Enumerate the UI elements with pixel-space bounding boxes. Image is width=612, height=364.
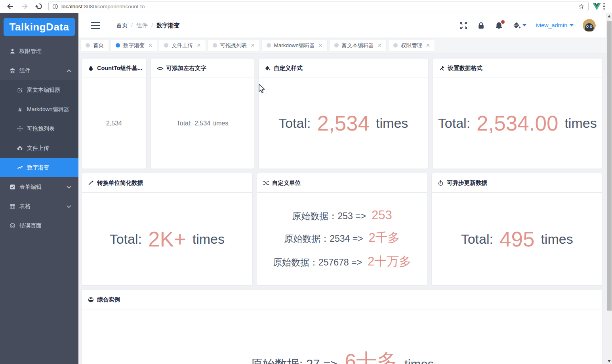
tab-label: 数字渐变 xyxy=(123,42,145,49)
sad-face-icon xyxy=(10,223,15,229)
count-value: 2,534 xyxy=(317,111,370,135)
count-suffix: times xyxy=(564,116,597,131)
stopwatch-icon xyxy=(438,180,444,186)
notification-badge xyxy=(501,20,505,24)
count-prefix: Total: xyxy=(438,116,470,131)
sidebar-toggle-icon[interactable] xyxy=(91,22,100,29)
card-async-update: 可异步更新数据 Total: 495 times xyxy=(431,173,602,286)
scroll-up-icon[interactable] xyxy=(606,13,612,19)
sidebar-item-form-editor[interactable]: 表单编辑 xyxy=(0,177,78,197)
url-bar[interactable]: localhost:8080/component/count-to xyxy=(48,2,589,11)
sidebar-item-label: 可拖拽列表 xyxy=(27,125,55,133)
sidebar-item-label: 文件上传 xyxy=(27,145,49,152)
card-title: CountTo组件基... xyxy=(97,64,142,72)
theme-switcher[interactable] xyxy=(513,21,526,30)
count-value: 2,534 xyxy=(106,120,122,127)
magic-wand-icon xyxy=(88,180,94,186)
count-prefix: Total: xyxy=(461,231,493,247)
breadcrumb-separator: / xyxy=(131,22,133,28)
breadcrumb-current: 数字渐变 xyxy=(156,22,179,29)
scroll-down-icon[interactable] xyxy=(606,358,612,364)
count-value: 495 xyxy=(500,227,534,251)
close-icon[interactable]: × xyxy=(318,42,322,49)
scrollbar-thumb[interactable] xyxy=(607,21,612,311)
user-menu[interactable]: iview_admin xyxy=(536,22,574,28)
close-icon[interactable]: × xyxy=(378,42,381,49)
card-title: 综合实例 xyxy=(97,296,120,303)
bookmark-star-icon[interactable] xyxy=(578,3,585,10)
breadcrumb-components[interactable]: 组件 xyxy=(136,22,148,29)
refresh-icon[interactable] xyxy=(34,2,43,11)
open-tabs-bar: 首页 数字渐变 × 文件上传 × 可拖拽列表 × Markdown编辑器 × 富… xyxy=(78,38,606,53)
card-header: 设置数据格式 xyxy=(433,59,602,78)
unit-example-row: 原始数据：2534 =>2千多 xyxy=(284,229,400,246)
tab-label: 首页 xyxy=(93,42,104,49)
move-icon xyxy=(17,126,23,132)
count-value: 2,534.00 xyxy=(477,111,558,135)
count-suffix: times xyxy=(541,231,573,247)
sidebar-item-rich-editor[interactable]: 富文本编辑器 xyxy=(0,80,78,100)
tab-home[interactable]: 首页 xyxy=(80,40,109,51)
avatar[interactable] xyxy=(583,19,596,32)
tab-draggable-list[interactable]: 可拖拽列表 × xyxy=(208,40,260,51)
sidebar-item-access[interactable]: 权限管理 xyxy=(0,42,78,61)
app-logo[interactable]: TalkingData xyxy=(4,18,75,36)
tab-dot-icon xyxy=(116,43,120,47)
count-value: 253 xyxy=(372,208,392,222)
sidebar-item-markdown-editor[interactable]: # Markdown编辑器 xyxy=(0,100,78,119)
breadcrumb-home[interactable]: 首页 xyxy=(116,22,128,29)
count-value: 2十万多 xyxy=(368,254,411,268)
sidebar-item-error-pages[interactable]: 错误页面 xyxy=(0,216,78,235)
card-title: 自定义样式 xyxy=(274,64,303,72)
close-icon[interactable]: × xyxy=(251,42,254,49)
tab-access[interactable]: 权限管理 × xyxy=(388,40,435,51)
url-path: :8080/component/count-to xyxy=(82,4,145,9)
chevron-down-icon xyxy=(522,24,526,27)
card-countto-basic: CountTo组件基... 2,534 xyxy=(82,58,147,169)
sidebar-item-components[interactable]: 组件 xyxy=(0,61,78,80)
chevron-up-icon xyxy=(67,69,71,72)
back-icon[interactable] xyxy=(6,2,15,11)
sidebar-item-tables[interactable]: 表格 xyxy=(0,197,78,216)
count-suffix: times xyxy=(213,120,228,127)
tab-rich-editor[interactable]: 富文本编辑器 × xyxy=(329,40,387,51)
table-icon xyxy=(10,203,15,209)
info-icon[interactable] xyxy=(52,4,58,9)
browser-menu-icon[interactable] xyxy=(603,3,605,10)
lock-icon[interactable] xyxy=(477,21,485,30)
fullscreen-icon[interactable] xyxy=(459,21,468,30)
tab-label: 文件上传 xyxy=(172,42,193,49)
close-icon[interactable]: × xyxy=(197,42,200,49)
username: iview_admin xyxy=(536,22,567,28)
card-header: 自定义单位 xyxy=(257,173,427,193)
code-icon: <> xyxy=(157,65,163,72)
trending-up-icon xyxy=(17,165,23,171)
tab-count-to[interactable]: 数字渐变 × xyxy=(111,40,157,51)
close-icon[interactable]: × xyxy=(426,42,430,49)
tab-dot-icon xyxy=(164,43,168,47)
sidebar-item-file-upload[interactable]: 文件上传 xyxy=(0,138,78,158)
count-value: 2K+ xyxy=(148,227,186,251)
card-header: 转换单位简化数据 xyxy=(82,173,252,193)
combined-count-line: 原始数据: 27 => 6十多 times xyxy=(250,348,434,364)
sidebar-item-draggable-list[interactable]: 可拖拽列表 xyxy=(0,119,78,138)
card-prefix-suffix: <> 可添加左右文字 Total:2,534times xyxy=(151,58,254,169)
count-suffix: times xyxy=(376,116,408,131)
notifications[interactable] xyxy=(494,21,503,30)
tab-file-upload[interactable]: 文件上传 × xyxy=(159,40,206,51)
card-title: 转换单位简化数据 xyxy=(97,179,143,187)
raw-data-label: 原始数据：2534 => xyxy=(284,233,363,244)
vertical-scrollbar[interactable] xyxy=(606,13,612,364)
sidebar-item-label: 权限管理 xyxy=(19,48,42,55)
card-custom-style: 自定义样式 Total: 2,534 times xyxy=(258,58,429,169)
close-icon[interactable]: × xyxy=(149,42,152,49)
sphere-icon xyxy=(88,297,94,303)
paint-bucket-icon xyxy=(265,65,271,71)
forward-icon[interactable] xyxy=(20,2,29,11)
tab-markdown-editor[interactable]: Markdown编辑器 × xyxy=(261,40,328,51)
count-value: 2千多 xyxy=(369,231,400,245)
vue-devtools-icon[interactable] xyxy=(593,3,601,10)
count-prefix: Total: xyxy=(278,116,311,131)
sidebar-item-count-to[interactable]: 数字渐变 xyxy=(0,158,78,177)
card-body: Total: 2,534 times xyxy=(259,78,428,169)
